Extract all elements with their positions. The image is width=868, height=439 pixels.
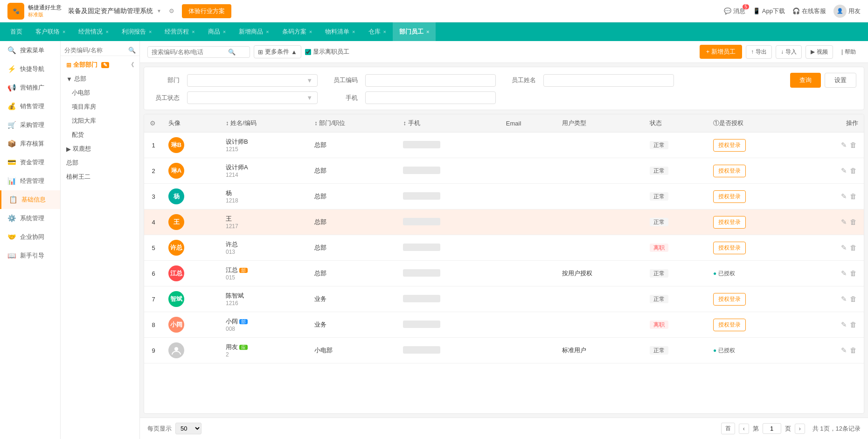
nav-tab-客户联络[interactable]: 客户联络× [29, 22, 72, 41]
dept-group-zongbu[interactable]: ▼ 总部 [61, 72, 139, 86]
app-download-item[interactable]: 📱 App下载 [753, 7, 785, 15]
tab-close-新增商品[interactable]: × [266, 29, 269, 35]
nav-tab-经营历程[interactable]: 经营历程× [158, 22, 201, 41]
search-icon[interactable]: 🔍 [228, 49, 236, 56]
nav-tab-商品[interactable]: 商品× [201, 22, 232, 41]
more-conditions-btn[interactable]: ⊞ 更多条件 ▲ [254, 45, 301, 58]
dept-collapse-btn[interactable]: 《 [128, 61, 134, 69]
left-nav-经营管理[interactable]: 📊经营管理 [0, 172, 60, 190]
dept-edit-icon[interactable]: ✎ [101, 62, 109, 68]
delete-btn[interactable]: 🗑 [850, 346, 857, 354]
tab-close-商品[interactable]: × [223, 29, 226, 35]
th-phone[interactable]: ↕ 手机 [397, 114, 500, 132]
prev-page-btn[interactable]: ‹ [739, 424, 749, 434]
nav-tab-部门员工[interactable]: 部门员工× [393, 22, 436, 41]
tab-close-物料清单[interactable]: × [352, 29, 355, 35]
auth-login-btn[interactable]: 授权登录 [713, 190, 746, 203]
query-btn[interactable]: 查询 [790, 73, 821, 88]
dept-search-icon[interactable]: 🔍 [128, 47, 136, 54]
edit-btn[interactable]: ✎ [841, 167, 847, 174]
auth-login-btn[interactable]: 授权登录 [713, 216, 746, 229]
phone-input[interactable] [365, 91, 496, 104]
edit-btn[interactable]: ✎ [841, 321, 847, 328]
auth-login-btn[interactable]: 授权登录 [713, 139, 746, 152]
nav-tab-经营情况[interactable]: 经营情况× [72, 22, 115, 41]
nav-tab-利润报告[interactable]: 利润报告× [115, 22, 158, 41]
left-nav-库存核算[interactable]: 📦库存核算 [0, 134, 60, 153]
tab-close-利润报告[interactable]: × [149, 29, 152, 35]
dept-item-xiaodibu[interactable]: 小电部 [61, 86, 139, 100]
experience-button[interactable]: 体验行业方案 [182, 4, 231, 18]
dept-item-peihuo[interactable]: 配货 [61, 128, 139, 142]
settings-icon[interactable]: ⚙ [169, 7, 174, 14]
first-page-btn[interactable]: 首 [721, 423, 735, 434]
add-employee-btn[interactable]: + 新增员工 [700, 45, 742, 59]
nav-tab-新增商品[interactable]: 新增商品× [232, 22, 275, 41]
dept-group-shuanglu[interactable]: ▶ 双鹿想 [61, 142, 139, 156]
edit-btn[interactable]: ✎ [841, 192, 847, 200]
message-item[interactable]: 💬 消息 5 [724, 7, 745, 15]
edit-btn[interactable]: ✎ [841, 346, 847, 354]
auth-login-btn[interactable]: 授权登录 [713, 165, 746, 177]
page-number-input[interactable] [763, 423, 781, 434]
edit-btn[interactable]: ✎ [841, 218, 847, 226]
dept-item-xiangmukufang[interactable]: 项目库房 [61, 100, 139, 114]
search-input[interactable] [152, 49, 226, 56]
left-nav-销售管理[interactable]: 💰销售管理 [0, 97, 60, 116]
nav-tab-仓库[interactable]: 仓库× [362, 22, 393, 41]
empcode-input[interactable] [365, 74, 496, 87]
delete-btn[interactable]: 🗑 [850, 269, 857, 277]
dept-select[interactable]: ▼ [187, 74, 318, 87]
edit-btn[interactable]: ✎ [841, 269, 847, 277]
left-nav-系统管理[interactable]: ⚙️系统管理 [0, 209, 60, 228]
th-setting[interactable]: ⚙ [144, 114, 163, 132]
delete-btn[interactable]: 🗑 [850, 141, 857, 149]
tab-close-部门员工[interactable]: × [426, 29, 429, 35]
help-btn[interactable]: | 帮助 [837, 46, 861, 58]
tab-close-经营历程[interactable]: × [192, 29, 194, 35]
tab-close-条码方案[interactable]: × [309, 29, 312, 35]
edit-btn[interactable]: ✎ [841, 295, 847, 303]
export-btn[interactable]: ↑ 导出 [746, 45, 772, 59]
left-nav-企业协同[interactable]: 🤝企业协同 [0, 228, 60, 246]
set-btn[interactable]: 设置 [825, 73, 856, 88]
left-nav-采购管理[interactable]: 🛒采购管理 [0, 116, 60, 134]
edit-btn[interactable]: ✎ [841, 244, 847, 251]
show-resigned-checkbox[interactable] [305, 49, 311, 55]
dept-search-input[interactable] [64, 47, 126, 54]
tab-close-经营情况[interactable]: × [105, 29, 108, 35]
left-nav-营销推广[interactable]: 📢营销推广 [0, 78, 60, 97]
th-dept[interactable]: ↕ 部门/职位 [309, 114, 397, 132]
search-box[interactable]: 🔍 [147, 46, 250, 58]
delete-btn[interactable]: 🗑 [850, 321, 857, 328]
auth-login-btn[interactable]: 授权登录 [713, 319, 746, 331]
left-nav-搜索菜单[interactable]: 🔍搜索菜单 [0, 41, 60, 60]
edit-btn[interactable]: ✎ [841, 141, 847, 149]
show-resigned-label[interactable]: 显示离职员工 [305, 48, 349, 56]
online-service-item[interactable]: 🎧 在线客服 [792, 7, 826, 15]
user-item[interactable]: 👤 用友 [833, 5, 861, 18]
auth-login-btn[interactable]: 授权登录 [713, 242, 746, 254]
left-nav-资金管理[interactable]: 💳资金管理 [0, 153, 60, 172]
delete-btn[interactable]: 🗑 [850, 295, 857, 303]
delete-btn[interactable]: 🗑 [850, 218, 857, 226]
nav-tab-条码方案[interactable]: 条码方案× [276, 22, 319, 41]
view-btn[interactable]: ▶ 视频 [806, 45, 833, 59]
delete-btn[interactable]: 🗑 [850, 192, 857, 200]
left-nav-基础信息[interactable]: 📋基础信息 [0, 190, 60, 209]
delete-btn[interactable]: 🗑 [850, 167, 857, 174]
dept-all-header[interactable]: ⊞ 全部部门 ✎ 《 [61, 58, 139, 72]
delete-btn[interactable]: 🗑 [850, 244, 857, 251]
empstatus-select[interactable]: ▼ [187, 91, 318, 104]
system-dropdown-arrow[interactable]: ▼ [157, 8, 161, 14]
nav-tab-首页[interactable]: 首页 [4, 22, 29, 41]
left-nav-快捷导航[interactable]: ⚡快捷导航 [0, 60, 60, 78]
next-page-btn[interactable]: › [795, 424, 805, 434]
dept-item-zongbu2[interactable]: 总部 [61, 156, 139, 170]
col-setting-icon[interactable]: ⚙ [150, 119, 156, 127]
empname-input[interactable] [543, 74, 674, 87]
tab-close-仓库[interactable]: × [383, 29, 386, 35]
nav-tab-物料清单[interactable]: 物料清单× [319, 22, 361, 41]
page-size-select[interactable]: 50 100 [175, 423, 201, 434]
import-btn[interactable]: ↓ 导入 [776, 45, 802, 59]
